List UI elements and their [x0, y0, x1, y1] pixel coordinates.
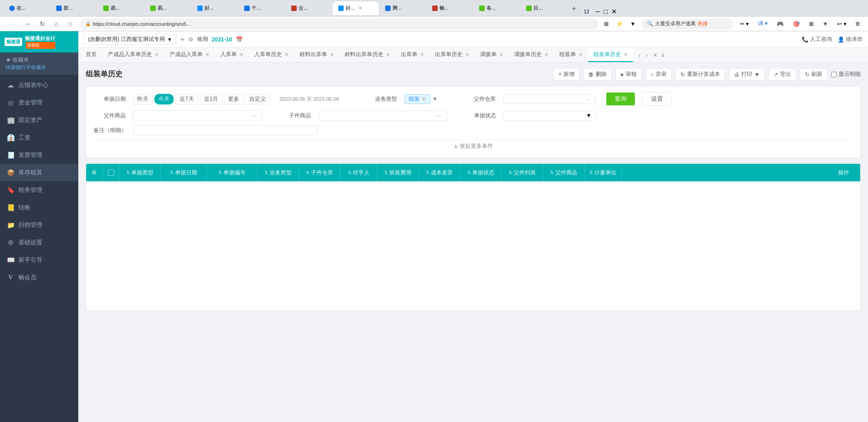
browser-tab-7[interactable]: 企...	[286, 1, 332, 15]
browser-tab-3[interactable]: 易...	[98, 1, 144, 15]
page-tab-in[interactable]: 入库单 ✕	[215, 48, 249, 62]
lightning-icon[interactable]: ⚡	[614, 20, 625, 28]
th-bill-type[interactable]: ⇅ 单据类型	[119, 164, 161, 181]
page-tab-assembly[interactable]: 组装单 ✕	[554, 48, 588, 62]
settings-set-btn[interactable]: 设置	[642, 92, 672, 106]
parent-goods-ellipsis[interactable]: ···	[250, 112, 258, 119]
query-btn[interactable]: 查询	[606, 92, 635, 105]
browser-tab-10[interactable]: 畅...	[427, 1, 473, 15]
sidebar-item-vip[interactable]: V 畅会员	[0, 269, 78, 286]
sidebar-item-salary[interactable]: 👔 工资	[0, 129, 78, 146]
th-parent-goods[interactable]: ⇅ 父件商品	[543, 164, 585, 181]
page-tab-out-history[interactable]: 出库单历史 ✕	[429, 48, 475, 62]
bookmark-button[interactable]: ☆	[65, 19, 76, 29]
business-type-dropdown[interactable]: ▼	[432, 96, 438, 102]
page-tab-in-close[interactable]: ✕	[240, 52, 243, 57]
browser-tab-5[interactable]: 好...	[192, 1, 238, 15]
tab-more-options[interactable]: ≡	[659, 52, 666, 58]
date-btn-custom[interactable]: 自定义	[245, 94, 270, 104]
add-btn[interactable]: + 新增	[553, 68, 579, 81]
company-selector[interactable]: (勿删勿禁用) 江西服宝测试专用 ▼	[84, 34, 176, 45]
page-tab-material-out-history-close[interactable]: ✕	[386, 52, 390, 57]
sidebar-item-cloud-reports[interactable]: ☁ 云报表中心	[0, 76, 78, 94]
sidebar-item-fund[interactable]: ◎ 资金管理	[0, 94, 78, 111]
page-tab-product-in-close[interactable]: ✕	[205, 52, 209, 57]
cut-icon[interactable]: ✂ ▾	[737, 20, 751, 28]
page-tab-material-out[interactable]: 材料出库单 ✕	[294, 48, 339, 62]
parent-goods-dropdown[interactable]: ···	[133, 110, 262, 121]
child-goods-ellipsis[interactable]: ···	[435, 112, 443, 119]
abandon-btn[interactable]: ○ 弃审	[645, 68, 672, 81]
browser-tab-6[interactable]: 个...	[239, 1, 285, 15]
qr-icon[interactable]: ⊞	[602, 20, 610, 28]
tab-prev-btn[interactable]: ‹	[637, 51, 643, 60]
display-detail-checkbox[interactable]	[831, 72, 837, 77]
open-favorites-link[interactable]: 快捷键打开收藏夹	[6, 64, 73, 71]
bill-status-dropdown[interactable]: ▼	[504, 110, 596, 121]
business-type-tag-remove[interactable]: ✕	[422, 96, 426, 102]
grid-icon[interactable]: ⊞	[806, 20, 816, 28]
browser-tab-8[interactable]: 好... ✕	[333, 1, 379, 15]
date-btn-7days[interactable]: 近7天	[176, 94, 198, 104]
refresh-button[interactable]: ↻	[37, 19, 48, 29]
sidebar-item-tax[interactable]: 🔖 税务管理	[0, 181, 78, 199]
tab-close-all[interactable]: ✕	[651, 52, 659, 58]
page-tab-transfer-history[interactable]: 调拨单历史 ✕	[509, 48, 554, 62]
sun-icon[interactable]: ☀	[820, 20, 831, 28]
page-tab-out-history-close[interactable]: ✕	[465, 52, 469, 57]
th-cost-diff[interactable]: ⇅ 成本差异	[419, 164, 460, 181]
settings-btn[interactable]: ⚙	[188, 36, 194, 43]
display-detail-toggle[interactable]: 显示明细	[831, 70, 861, 78]
sidebar-item-close-account[interactable]: 📒 结账	[0, 199, 78, 216]
th-business-type[interactable]: ⇅ 业务类型	[258, 164, 299, 181]
page-tab-transfer-close[interactable]: ✕	[499, 52, 503, 57]
audit-btn[interactable]: ● 审核	[616, 68, 642, 81]
export-btn[interactable]: ↗ 导出	[768, 68, 796, 81]
page-tab-out[interactable]: 出库单 ✕	[395, 48, 429, 62]
back-button[interactable]: ←	[6, 19, 18, 29]
page-tab-material-out-close[interactable]: ✕	[330, 52, 334, 57]
browser-tab-4[interactable]: 易...	[145, 1, 191, 15]
sidebar-item-guide[interactable]: 📖 新手引导	[0, 251, 78, 269]
browser-tab-8-close[interactable]: ✕	[358, 6, 362, 11]
page-tab-product-in-history[interactable]: 产成品入库单历史 ✕	[102, 48, 164, 62]
th-bill-no[interactable]: ⇅ 单据编号	[207, 164, 258, 181]
th-settings[interactable]: ⚙	[86, 164, 103, 181]
page-tab-home[interactable]: 首页	[80, 48, 102, 62]
print-btn[interactable]: 🖨 打印 ▼	[729, 68, 765, 81]
browser-tab-9[interactable]: 腾...	[380, 1, 426, 15]
th-bill-date[interactable]: ⇅ 单据日期	[161, 164, 207, 181]
browser-tab-11[interactable]: 各...	[474, 1, 520, 15]
sidebar-item-fixed-assets[interactable]: 🏢 固定资产	[0, 111, 78, 129]
th-dismantle-cost[interactable]: ⇅ 拆装费用	[377, 164, 419, 181]
calendar-icon[interactable]: 📅	[236, 36, 243, 43]
home-button[interactable]: ⌂	[52, 19, 61, 29]
add-company-btn[interactable]: +	[180, 35, 184, 44]
ellipsis-btn[interactable]: ···	[586, 96, 591, 102]
page-tab-assembly-history[interactable]: 组装单历史 ✕	[588, 48, 633, 62]
date-btn-1month[interactable]: 近1月	[200, 94, 223, 104]
th-checkbox[interactable]	[103, 164, 119, 181]
extension-icon-2[interactable]: 🎯	[790, 20, 803, 28]
collapse-btn[interactable]: ∧ 收起更多条件	[94, 140, 853, 152]
forward-button[interactable]: →	[21, 19, 33, 29]
browser-maximize[interactable]: □	[604, 8, 607, 15]
th-unit[interactable]: ⇅ 计量单位	[585, 164, 622, 181]
th-parent-list[interactable]: ⇅ 父件列表	[502, 164, 543, 181]
page-tab-transfer[interactable]: 调拨单 ✕	[475, 48, 509, 62]
new-tab-button[interactable]: +	[568, 2, 581, 15]
refresh-btn[interactable]: ↻ 刷新	[800, 68, 827, 81]
page-tab-in-history-close[interactable]: ✕	[285, 52, 288, 57]
browser-close[interactable]: ✕	[611, 8, 617, 15]
parent-warehouse-dropdown[interactable]: ···	[503, 94, 595, 104]
page-tab-assembly-close[interactable]: ✕	[579, 52, 582, 57]
undo-icon[interactable]: ↩ ▾	[834, 20, 849, 28]
url-bar[interactable]: 🔒 https://cloud.chanjet.com/accounting/u…	[80, 18, 598, 29]
date-btn-more[interactable]: 更多	[224, 94, 243, 104]
page-tab-in-history[interactable]: 入库单历史 ✕	[249, 48, 294, 62]
page-tab-out-close[interactable]: ✕	[420, 52, 424, 57]
menu-icon[interactable]: ≡	[853, 19, 862, 29]
sidebar-favorites[interactable]: ★ 收藏夹 快捷键打开收藏夹	[0, 52, 78, 75]
translate-icon[interactable]: 译 ▾	[755, 19, 770, 29]
th-handler[interactable]: ⇅ 经手人	[340, 164, 377, 181]
